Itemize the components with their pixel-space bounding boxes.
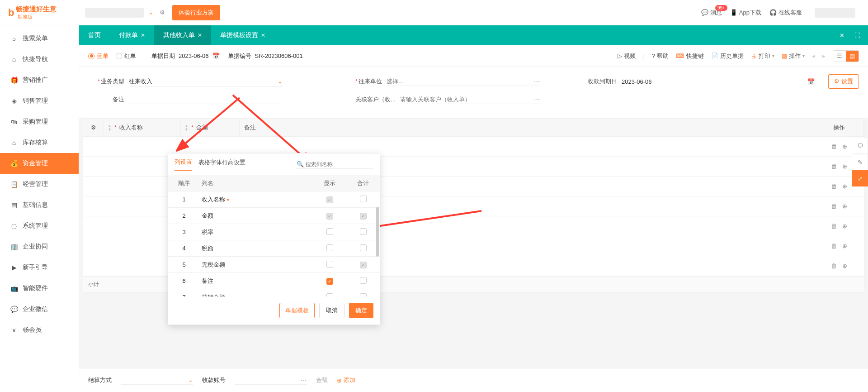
delete-icon[interactable]: 🗑	[831, 263, 837, 269]
settings-button[interactable]: ⚙ 设置	[828, 74, 859, 89]
checkbox[interactable]	[360, 196, 367, 202]
shortcut-button[interactable]: ⌨快捷键	[676, 52, 704, 60]
popup-tab-columns[interactable]: 列设置	[175, 158, 192, 171]
org-caret-icon[interactable]: ⌄	[148, 9, 153, 16]
copy-icon[interactable]: ⊕	[842, 263, 847, 269]
close-icon[interactable]: ✕	[261, 32, 265, 38]
sidebar-item-2[interactable]: 🎁营销推广	[0, 70, 79, 91]
checkbox[interactable]	[360, 262, 367, 268]
help-button[interactable]: ?帮助	[652, 52, 669, 60]
checkbox[interactable]	[360, 244, 367, 251]
checkbox[interactable]	[326, 278, 333, 285]
cancel-button[interactable]: 取消	[319, 303, 344, 318]
view-list-icon[interactable]: ☰	[833, 51, 846, 62]
doc-date-value[interactable]: 2023-06-06	[179, 53, 209, 59]
remark-input[interactable]	[129, 96, 283, 103]
tab-0[interactable]: 首页	[79, 25, 110, 45]
close-icon[interactable]: ✕	[198, 32, 202, 38]
biz-type-select[interactable]: 往来收入 ⌄	[129, 76, 283, 87]
app-download-button[interactable]: 📱 App下载	[730, 9, 761, 17]
checkbox[interactable]	[326, 261, 333, 268]
delete-icon[interactable]: 🗑	[831, 243, 837, 249]
popup-tab-font[interactable]: 表格字体行高设置	[198, 158, 245, 170]
checkbox[interactable]	[326, 244, 333, 251]
col-amount[interactable]: ▴▾ *金额	[181, 119, 240, 136]
checkbox[interactable]	[326, 228, 333, 235]
radio-red[interactable]: 红单	[116, 52, 136, 60]
calendar-icon[interactable]: 📅	[212, 53, 220, 59]
sidebar-item-6[interactable]: 💰资金管理	[0, 153, 79, 174]
more-icon[interactable]: ⋯	[534, 96, 540, 103]
settle-select[interactable]: ⌄	[121, 376, 193, 385]
sidebar-item-3[interactable]: ◈销售管理	[0, 91, 79, 111]
account-select[interactable]: ⋯	[235, 376, 307, 385]
sidebar-item-11[interactable]: ▶新手引导	[0, 257, 79, 278]
radio-blue[interactable]: 蓝单	[88, 52, 108, 60]
message-button[interactable]: 💬 消息 99+	[701, 9, 722, 17]
copy-icon[interactable]: ⊕	[842, 223, 847, 229]
copy-icon[interactable]: ⊕	[842, 243, 847, 249]
delete-icon[interactable]: 🗑	[831, 163, 837, 170]
gear-icon[interactable]: ⚙	[160, 9, 165, 16]
video-button[interactable]: ▷视频	[618, 52, 636, 60]
checkbox[interactable]	[360, 228, 367, 235]
more-icon[interactable]: ⋯	[301, 377, 307, 383]
confirm-button[interactable]: 确定	[349, 303, 373, 318]
sidebar-item-5[interactable]: ⌂库存核算	[0, 132, 79, 153]
due-date-field[interactable]: 2023-06-06	[622, 77, 748, 86]
sidebar-item-10[interactable]: 🏢企业协同	[0, 236, 79, 257]
unit-select[interactable]: ⋯	[387, 77, 540, 86]
template-button[interactable]: 单据模板	[279, 303, 315, 318]
prev-icon[interactable]: ◂	[812, 53, 815, 59]
delete-icon[interactable]: 🗑	[831, 223, 837, 229]
checkbox[interactable]	[360, 293, 367, 297]
sidebar-item-7[interactable]: 📋经营管理	[0, 174, 79, 195]
close-icon[interactable]: ✕	[141, 32, 145, 38]
operate-button[interactable]: ▦操作▾	[782, 52, 805, 60]
customer-input[interactable]	[400, 96, 534, 103]
delete-icon[interactable]: 🗑	[831, 183, 837, 190]
tab-expand-icon[interactable]: ⛶	[850, 29, 864, 42]
copy-icon[interactable]: ⊕	[842, 183, 847, 190]
sidebar-item-13[interactable]: 💬企业微信	[0, 299, 79, 320]
tab-3[interactable]: 单据模板设置✕	[211, 25, 274, 45]
copy-icon[interactable]: ⊕	[842, 143, 847, 150]
checkbox[interactable]	[326, 196, 333, 203]
org-selector-mask[interactable]	[85, 8, 144, 18]
tab-2[interactable]: 其他收入单✕	[154, 25, 211, 45]
popup-search-input[interactable]	[306, 161, 373, 167]
delete-icon[interactable]: 🗑	[831, 143, 837, 150]
tab-close-all-icon[interactable]: ✕	[835, 29, 849, 42]
copy-icon[interactable]: ⊕	[842, 203, 847, 210]
sidebar-item-8[interactable]: ▤基础信息	[0, 195, 79, 215]
sidebar-item-4[interactable]: 🛍采购管理	[0, 111, 79, 132]
delete-icon[interactable]: 🗑	[831, 203, 837, 210]
try-industry-button[interactable]: 体验行业方案	[172, 5, 220, 20]
sidebar-item-14[interactable]: ∨畅会员	[0, 320, 79, 340]
customer-select[interactable]: ⋯	[400, 95, 540, 104]
popup-search[interactable]: 🔍	[297, 160, 373, 169]
sidebar-item-9[interactable]: ◌系统管理	[0, 215, 79, 236]
copy-icon[interactable]: ⊕	[842, 163, 847, 170]
unit-input[interactable]	[387, 78, 534, 85]
grid-settings-icon[interactable]: ⚙	[83, 119, 104, 136]
col-income-name[interactable]: ▴▾ *收入名称	[104, 119, 181, 136]
history-button[interactable]: 📄历史单据	[711, 52, 744, 60]
popup-scrollbar[interactable]	[376, 207, 379, 257]
remark-input-wrap[interactable]	[129, 95, 283, 104]
tab-1[interactable]: 付款单✕	[110, 25, 154, 45]
next-icon[interactable]: ▸	[822, 53, 826, 59]
float-note-icon[interactable]: 🗨	[852, 138, 868, 154]
checkbox[interactable]	[360, 277, 367, 284]
add-button[interactable]: ⊕添加	[337, 376, 355, 384]
online-service-button[interactable]: 🎧 在线客服	[769, 9, 802, 17]
float-edit-icon[interactable]: ✎	[852, 154, 868, 170]
more-icon[interactable]: ⋯	[534, 78, 540, 85]
sidebar-item-12[interactable]: 📺智能硬件	[0, 278, 79, 299]
checkbox[interactable]	[326, 293, 333, 297]
calendar-icon[interactable]: 📅	[807, 78, 815, 85]
checkbox[interactable]	[326, 213, 333, 220]
float-expand-icon[interactable]: ⤢	[852, 170, 868, 186]
checkbox[interactable]	[360, 213, 367, 220]
print-button[interactable]: 🖨打印▾	[751, 52, 774, 60]
